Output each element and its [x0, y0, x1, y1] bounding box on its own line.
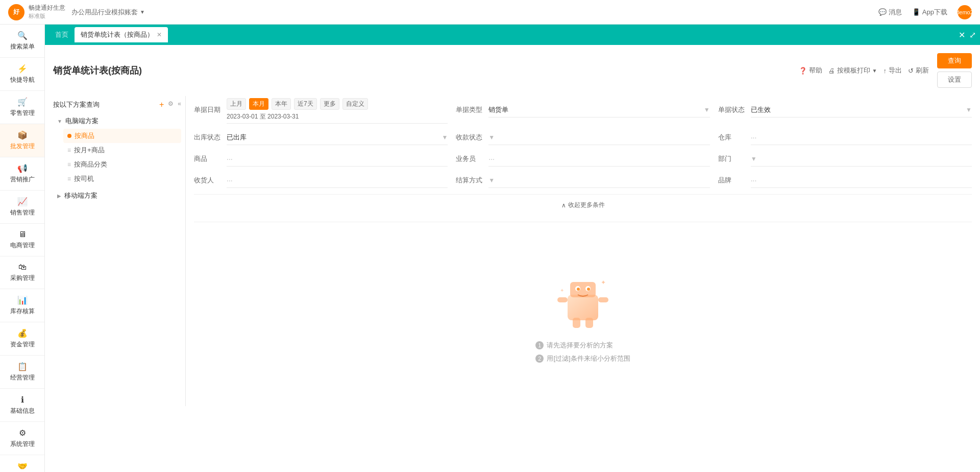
tip-num-2: 2 [535, 355, 544, 363]
tree-child-by-month-product[interactable]: ≡ 按月+商品 [63, 143, 181, 157]
type-label: 单据类型 [456, 105, 484, 114]
refresh-action[interactable]: ↺ 刷新 [908, 66, 929, 75]
logo-icon: 好 [8, 4, 24, 20]
sidebar-item-retail[interactable]: 🛒 零售管理 [0, 91, 44, 124]
collapse-button[interactable]: ∧ 收起更多条件 [555, 199, 611, 211]
help-action[interactable]: ❓ 帮助 [799, 66, 822, 75]
tab-home[interactable]: 首页 [49, 27, 75, 42]
settings-scheme-icon[interactable]: ⚙ [168, 100, 174, 109]
svg-rect-9 [585, 318, 593, 328]
sidebar-item-inventory[interactable]: 📊 库存核算 [0, 289, 44, 322]
sidebar-item-wholesale[interactable]: 📦 批发管理 [0, 124, 44, 157]
filter-item-out-status: 出库状态 已出库 ▼ [194, 130, 448, 145]
sidebar-item-ecommerce[interactable]: 🖥 电商管理 [0, 224, 44, 256]
svg-point-4 [577, 288, 580, 291]
sidebar-item-purchase[interactable]: 🛍 采购管理 [0, 256, 44, 289]
system-name[interactable]: 办公用品行业模拟账套 ▼ [71, 8, 145, 17]
out-status-dropdown-icon: ▼ [442, 134, 448, 141]
payment-status-control[interactable]: ▼ [488, 130, 709, 145]
collapse-panel-icon[interactable]: « [178, 100, 181, 109]
dept-control[interactable]: ▼ [751, 151, 972, 167]
filter-item-type: 单据类型 销货单 ▼ [456, 96, 709, 124]
type-filter-control[interactable]: 销货单 ▼ [488, 102, 709, 117]
filter-item-goods: 商品 ··· [194, 151, 448, 167]
messages-item[interactable]: 💬 消息 [878, 8, 902, 17]
svg-rect-0 [568, 295, 598, 320]
message-icon: 💬 [878, 8, 887, 16]
staff-dots-icon: ··· [488, 155, 495, 163]
sidebar-label-wholesale: 批发管理 [10, 142, 35, 151]
tab-sales-report[interactable]: 销货单统计表（按商品） ✕ [75, 27, 168, 42]
sidebar: 🔍 搜索菜单 ⚡ 快捷导航 🛒 零售管理 📦 批发管理 📢 营销推广 📈 销售管… [0, 25, 45, 472]
date-btn-this-month[interactable]: 本月 [249, 98, 268, 110]
date-btn-custom[interactable]: 自定义 [342, 98, 368, 110]
avatar: demo2 [958, 5, 972, 19]
status-label: 单据状态 [718, 105, 747, 114]
tab-close-icon[interactable]: ✕ [157, 31, 162, 38]
tab-expand-icon[interactable]: ⤢ [969, 30, 976, 40]
sidebar-item-marketing[interactable]: 📢 营销推广 [0, 157, 44, 191]
filter-row-4: 收货人 ··· 结算方式 ▼ [194, 173, 972, 188]
sidebar-item-operations[interactable]: 📋 经营管理 [0, 356, 44, 389]
warehouse-control[interactable]: ··· [751, 130, 972, 145]
tree-item-pc[interactable]: ▼ 电脑端方案 [53, 113, 181, 129]
sidebar-item-search-menu[interactable]: 🔍 搜索菜单 [0, 25, 44, 58]
sidebar-label-sales: 销售管理 [10, 208, 35, 217]
date-btn-last-month[interactable]: 上月 [227, 98, 246, 110]
date-btn-7days[interactable]: 近7天 [294, 98, 317, 110]
filter-area: 单据日期 上月 本月 本年 近7天 更多 [194, 96, 972, 216]
date-label: 单据日期 [194, 105, 223, 114]
help-icon: ❓ [799, 67, 807, 75]
tree-child-by-driver[interactable]: ≡ 按司机 [63, 172, 181, 186]
settings-button[interactable]: 设置 [937, 72, 972, 88]
chevron-down-icon: ▼ [140, 9, 145, 15]
left-panel: 按以下方案查询 + ⚙ « ▼ 电脑端方案 [53, 96, 186, 406]
shopping-icon: 🛍 [18, 263, 27, 272]
staff-control[interactable]: ··· [488, 151, 709, 167]
filter-item-payment-status: 收款状态 ▼ [456, 130, 709, 145]
chevron-down-icon: ▼ [57, 119, 62, 124]
tab-home-label: 首页 [55, 30, 68, 39]
sidebar-item-finance[interactable]: 💰 资金管理 [0, 322, 44, 356]
out-status-control[interactable]: 已出库 ▼ [227, 130, 448, 145]
sidebar-label-finance: 资金管理 [10, 340, 35, 349]
tree-children-pc: 按商品 ≡ 按月+商品 ≡ 按商品分类 ≡ 按司机 [53, 129, 181, 186]
add-scheme-icon[interactable]: + [159, 100, 164, 109]
sidebar-item-corp-collab[interactable]: 🤝 企业协同 [0, 455, 44, 472]
logo-text-area: 畅捷通好生意 标准版 [29, 4, 65, 20]
tree-child-by-product[interactable]: 按商品 [63, 129, 181, 143]
sidebar-item-sales[interactable]: 📈 销售管理 [0, 191, 44, 224]
print-action[interactable]: 🖨 按模板打印 ▼ [828, 66, 877, 75]
date-buttons: 上月 本月 本年 近7天 更多 自定义 [227, 98, 448, 110]
megaphone-icon: 📢 [17, 163, 28, 173]
date-btn-more[interactable]: 更多 [320, 98, 339, 110]
receiver-control[interactable]: ··· [227, 173, 448, 188]
filter-item-receiver: 收货人 ··· [194, 173, 448, 188]
svg-rect-8 [573, 318, 580, 328]
tab-close-all-icon[interactable]: ✕ [959, 30, 965, 40]
collapse-label: 收起更多条件 [568, 201, 605, 209]
page-header: 销货单统计表(按商品) ❓ 帮助 🖨 按模板打印 ▼ ↑ [53, 53, 972, 88]
filter-item-brand: 品牌 ··· [718, 173, 972, 188]
tree-item-mobile[interactable]: ▶ 移动端方案 [53, 188, 181, 203]
top-header: 好 畅捷通好生意 标准版 办公用品行业模拟账套 ▼ 💬 消息 📱 App下载 d… [0, 0, 980, 25]
tip-text-2: 用[过滤]条件来缩小分析范围 [547, 352, 630, 365]
collapse-row: ∧ 收起更多条件 [194, 194, 972, 216]
payment-method-control[interactable]: ▼ [488, 173, 709, 188]
user-item[interactable]: demo2 [958, 5, 972, 19]
inventory-icon: 📊 [17, 295, 28, 305]
app-download-item[interactable]: 📱 App下载 [912, 8, 947, 17]
query-button[interactable]: 查询 [937, 53, 972, 68]
empty-tips: 1 请先选择要分析的方案 2 用[过滤]条件来缩小分析范围 [535, 339, 630, 365]
sidebar-item-quick-nav[interactable]: ⚡ 快捷导航 [0, 58, 44, 91]
sidebar-item-system[interactable]: ⚙ 系统管理 [0, 422, 44, 455]
status-filter-control[interactable]: 已生效 ▼ [751, 102, 972, 117]
box-icon: 📦 [17, 130, 28, 140]
tree-child-by-category[interactable]: ≡ 按商品分类 [63, 157, 181, 172]
export-action[interactable]: ↑ 导出 [884, 66, 902, 75]
payment-method-label: 结算方式 [456, 176, 484, 185]
brand-control[interactable]: ··· [751, 173, 972, 188]
date-btn-this-year[interactable]: 本年 [272, 98, 291, 110]
goods-control[interactable]: ··· [227, 151, 448, 167]
sidebar-item-basic[interactable]: ℹ 基础信息 [0, 389, 44, 422]
